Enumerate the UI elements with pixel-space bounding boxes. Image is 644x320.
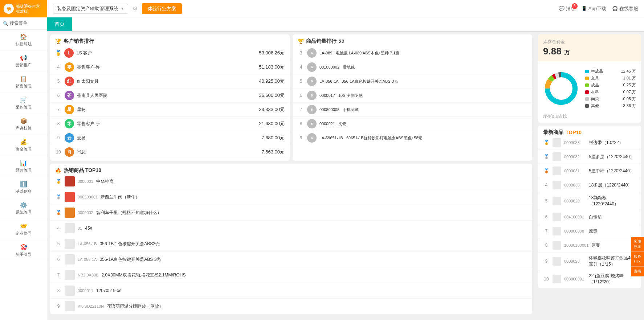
search-menu[interactable]: 🔍 搜索菜单 — [0, 17, 47, 30]
table-row: 6 苍 苍南县人民医院 36,600.00元 — [50, 89, 290, 103]
list-item: 🥉 0000031 5厘中纤（1220*2440） — [538, 164, 641, 178]
home-icon: 🏠 — [20, 33, 27, 40]
tab-home[interactable]: 首页 — [47, 17, 72, 31]
product-image — [65, 286, 75, 296]
system-icon: ⚙️ — [20, 202, 27, 209]
topbar: 装备及固定资产辅助管理系统 ▼ ⚙ 体验行业方案 💬 消息 6 📱 App下载 … — [47, 0, 644, 17]
legend-dot — [585, 104, 589, 108]
customer-ranking-list: 🥇 L LS 客户 53,006.26元 4 零 零售客户-许 51,183.0… — [50, 45, 290, 161]
fire-icon: 🔥 — [55, 168, 61, 173]
sales-icon: 📋 — [20, 75, 27, 82]
sidebar-item-collab[interactable]: 🤝 企业协同 — [0, 219, 47, 240]
avatar: 红 — [65, 77, 74, 86]
avatar: L — [64, 48, 74, 58]
product-thumb — [553, 197, 561, 205]
latest-products-list: 🥇 0000033 封边带（1.0*22） 🥈 0000032 5厘多层（122… — [538, 136, 641, 288]
customer-ranking-card: 🏆 客户销售排行 🥇 L LS 客户 53,006.26元 4 零 — [50, 34, 290, 161]
latest-products-title: 最新商品 TOP10 — [538, 126, 641, 136]
app-download-button[interactable]: 📱 App下载 — [581, 5, 606, 12]
product-thumb — [553, 181, 561, 189]
table-row: 6 6 0000017 10S 变刹罗煞 — [293, 89, 532, 103]
table-row: 🥇 L LS 客户 53,006.26元 — [50, 46, 290, 60]
inventory-chart: 半成品 12.45 万 文具 1.01 万 成品 0 — [543, 65, 636, 112]
legend-item: 成品 0.25 万 — [585, 82, 636, 88]
product-image — [65, 239, 75, 249]
medal-icon: 🥇 — [55, 50, 61, 56]
sidebar-item-purchase[interactable]: 🛒 采购管理 — [0, 93, 47, 114]
legend-dot — [585, 70, 589, 73]
avatar: 苍 — [65, 91, 74, 100]
list-item: 4 0000030 18多层（1220*2440） — [538, 178, 641, 192]
inventory-icon: 📦 — [20, 118, 27, 124]
logo-icon: 畅 — [4, 4, 14, 14]
topbar-right: 💬 消息 6 📱 App下载 🎧 在线客服 — [559, 5, 638, 12]
product-thumb — [553, 227, 561, 235]
message-button[interactable]: 💬 消息 6 — [559, 5, 575, 12]
list-item: 8 10000100001 原壶 — [538, 238, 641, 253]
list-item: 10 003800001 22g鱼豆腐-烧烤味（1*12*20） — [538, 270, 641, 288]
product-thumb — [553, 213, 561, 221]
product-thumb: 6 — [307, 105, 317, 114]
list-item: 7 NB2.0X30B 2.0X30MM双摆花轴,摆花直径2.1MM/ROHS — [50, 267, 532, 283]
live-stream-button[interactable]: 直播 — [631, 267, 644, 276]
sidebar-item-operation[interactable]: 📊 经营管理 — [0, 156, 47, 177]
trophy-icon: 🏆 — [55, 38, 61, 44]
table-row: 8 零 零售客户-于 21,680.00元 — [50, 117, 290, 131]
product-thumb: 6 — [307, 91, 317, 100]
system-selector[interactable]: 装备及固定资产辅助管理系统 ▼ — [53, 4, 128, 14]
phone-icon: 📱 — [581, 6, 587, 11]
list-item: 🥇 0000033 封边带（1.0*22） — [538, 136, 641, 150]
sidebar-item-guide[interactable]: 🎯 新手引导 — [0, 240, 47, 261]
content-middle: 🏆 客户销售排行 🥇 L LS 客户 53,006.26元 4 零 — [47, 32, 535, 320]
latest-products-card: 最新商品 TOP10 🥇 0000033 封边带（1.0*22） 🥈 00000… — [538, 126, 641, 288]
sidebar-item-finance[interactable]: 💰 资金管理 — [0, 135, 47, 156]
message-icon: 💬 — [559, 6, 564, 11]
sidebar-item-sales[interactable]: 📋 销售管理 — [0, 72, 47, 93]
list-item: 4 01 45# — [50, 221, 532, 236]
product-thumb: 6 — [307, 119, 317, 128]
search-icon: 🔍 — [3, 21, 8, 26]
sidebar-item-quick-nav[interactable]: 🏠 快捷导航 — [0, 30, 47, 51]
inventory-amount: 9.88 万 — [543, 46, 636, 57]
purchase-icon: 🛒 — [20, 97, 27, 103]
product-thumb — [553, 241, 561, 250]
finance-icon: 💰 — [20, 139, 27, 145]
customer-service-hotline-button[interactable]: 客服热线 — [631, 237, 644, 252]
trial-button[interactable]: 体验行业方案 — [142, 3, 182, 14]
service-community-button[interactable]: 服务社区 — [631, 252, 644, 267]
list-item: 🥉 0000002 智利车子里（规格不知道填什么） — [50, 205, 532, 221]
sidebar-item-marketing[interactable]: 📢 营销推广 — [0, 51, 47, 72]
gear-icon[interactable]: ⚙ — [133, 5, 138, 12]
basic-icon: ℹ️ — [20, 181, 27, 188]
table-row: 4 零 零售客户-许 51,183.00元 — [50, 60, 290, 74]
legend-dot — [585, 77, 589, 80]
table-row: 7 星 星扬 33,333.00元 — [50, 103, 290, 117]
list-item: 9 KK-SD22110H 花语萌恒温分腿睡袋（厚款） — [50, 299, 532, 314]
list-item: 6 LA-056-1A 056-1A白色按键开关盖ABS 3壳 — [50, 252, 532, 267]
product-ranking-title: 🏆 商品销量排行 22 — [293, 34, 532, 45]
legend-item: 半成品 12.45 万 — [585, 69, 636, 74]
avatar: 云 — [65, 133, 74, 143]
legend-dot — [585, 83, 589, 87]
medal-icon: 🥈 — [55, 194, 62, 200]
product-thumb — [553, 138, 561, 147]
avatar: 肖 — [65, 147, 74, 157]
donut-chart — [543, 70, 579, 107]
customer-service-button[interactable]: 🎧 在线客服 — [612, 5, 638, 12]
sidebar-item-basic[interactable]: ℹ️ 基础信息 — [0, 177, 47, 198]
legend-dot — [585, 97, 589, 101]
table-row: 3 6 LA-089 电池盖 LA-089 ABS本色+黑种 7.1克 — [293, 46, 532, 60]
inventory-subtitle: 库存资金占比 — [543, 114, 636, 119]
table-row: 10 肖 肖总 7,563.00元 — [50, 145, 290, 159]
table-row: 7 6 000800005 手机测试 — [293, 103, 532, 117]
product-image — [65, 254, 75, 264]
product-image — [65, 192, 75, 202]
sidebar-item-system[interactable]: ⚙️ 系统管理 — [0, 198, 47, 219]
legend-item: 肉类 -0.05 万 — [585, 96, 636, 102]
avatar: 零 — [65, 119, 74, 128]
sidebar-nav: 🏠 快捷导航 📢 营销推广 📋 销售管理 🛒 采购管理 📦 库存核算 💰 资金管… — [0, 30, 47, 320]
list-item: 7 000800008 原壶 — [538, 224, 641, 238]
customer-ranking-title: 🏆 客户销售排行 — [50, 34, 290, 45]
product-image — [65, 301, 75, 311]
sidebar-item-inventory[interactable]: 📦 库存核算 — [0, 114, 47, 135]
